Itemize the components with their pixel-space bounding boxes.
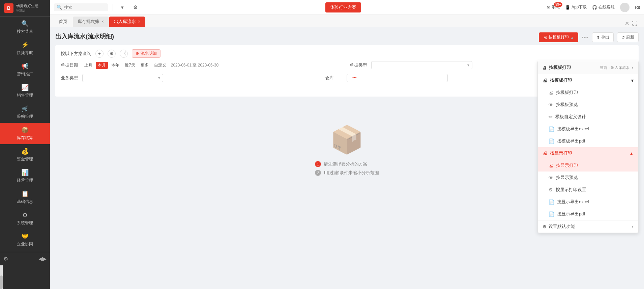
step-1-text: 请先选择要分析的方案: [324, 161, 368, 167]
step-num-1: 1: [315, 161, 321, 167]
flow-tab-label: 出入库流水: [114, 19, 136, 25]
collapse-icon[interactable]: ◀▶: [38, 256, 47, 262]
template-section-title-area: 🖨 按模板打印: [543, 77, 572, 83]
sidebar-icon-basic: 📋: [21, 190, 29, 198]
window-close-btn[interactable]: ✕: [625, 20, 629, 27]
online-service-btn[interactable]: 🎧 在线客服: [592, 4, 615, 10]
sidebar-item-marketing[interactable]: 📢 营销推广: [0, 59, 50, 80]
tabs-bar: 首页 库存批次账 × 出入库流水 × ✕ ⛶: [50, 15, 644, 27]
date-tab-custom[interactable]: 自定义: [152, 62, 168, 69]
display-preview-icon: 👁: [549, 175, 553, 180]
topbar-search-box[interactable]: 🔍: [54, 3, 108, 11]
template-section-arrow: ▾: [631, 78, 634, 83]
batch-tab-label: 库存批次账: [78, 19, 99, 25]
display-print-section-header[interactable]: 🖨 按显示打印 ▲: [538, 147, 638, 159]
more-dots-btn[interactable]: •••: [582, 35, 589, 40]
sidebar-scrollbar[interactable]: [0, 265, 3, 289]
app-download-btn[interactable]: 📱 App下载: [565, 4, 587, 10]
display-excel-item[interactable]: 📄 按显示导出excel: [538, 196, 638, 208]
date-tab-more[interactable]: 更多: [139, 62, 151, 69]
topbar-settings-btn[interactable]: ⚙: [130, 3, 140, 12]
sidebar-item-operation[interactable]: 📊 经营管理: [0, 165, 50, 187]
template-excel-item[interactable]: 📄 按模板导出excel: [538, 123, 638, 135]
default-icon: ⚙: [543, 224, 547, 229]
home-tab-label: 首页: [59, 19, 67, 25]
sidebar-label-basic: 基础信息: [17, 199, 33, 205]
export-icon: ⬆: [596, 35, 600, 40]
online-service-label: 在线客服: [598, 4, 615, 10]
empty-step-1: 1 请先选择要分析的方案: [315, 161, 379, 167]
sidebar-item-finance[interactable]: 💰 资金管理: [0, 144, 50, 165]
print-dropdown-arrow[interactable]: ▲: [570, 35, 574, 40]
print-btn[interactable]: 🖨 按模板打印 ▲: [539, 32, 578, 42]
doc-type-arrow: ▾: [467, 63, 469, 68]
print-dropdown-panel: 🖨 按模板打印 当前：出入库流水 ▾ 🖨 按模板打印 ▾: [537, 61, 639, 233]
main-area: 🔍 ▾ ⚙ 体验行业方案 ✉ 消息 99+ 📱 App下载 🎧 在线: [50, 0, 644, 289]
sidebar-item-system[interactable]: ⚙ 系统管理: [0, 208, 50, 229]
warehouse-select[interactable]: •••: [347, 74, 448, 82]
sidebar-item-search[interactable]: 🔍 搜索菜单: [0, 17, 50, 38]
window-expand-btn[interactable]: ⛶: [632, 21, 637, 27]
sidebar-icon-marketing: 📢: [21, 62, 29, 70]
trial-btn[interactable]: 体验行业方案: [325, 2, 361, 12]
settings-icon[interactable]: ⚙: [3, 256, 8, 262]
display-section-arrow: ▲: [629, 151, 634, 156]
refresh-btn-label: 刷新: [626, 34, 634, 40]
date-tab-this-month[interactable]: 本月: [96, 62, 108, 69]
message-icon: ✉: [547, 5, 550, 10]
flow-detail-label: 流水明细: [141, 51, 157, 56]
template-print-item[interactable]: 🖨 按模板打印: [538, 86, 638, 99]
filter-settings-btn[interactable]: ⚙: [108, 50, 116, 58]
sidebar-item-sales[interactable]: 📈 销售管理: [0, 80, 50, 102]
dropdown-current-label: 当前：出入库流水: [600, 65, 630, 70]
template-pdf-label: 按模板导出pdf: [557, 138, 585, 144]
template-custom-item[interactable]: ✏ 模板自定义设计: [538, 111, 638, 123]
doc-type-select[interactable]: ▾: [371, 61, 472, 69]
flow-detail-tag: ⚙ 流水明细: [132, 49, 160, 58]
sidebar-label-collab: 企业协同: [17, 241, 33, 247]
step-2-text: 用[过滤]条件来缩小分析范围: [324, 170, 379, 176]
export-btn[interactable]: ⬆ 导出: [592, 32, 614, 42]
filter-collapse-btn[interactable]: 《: [120, 50, 128, 58]
set-default-btn[interactable]: ⚙ 设置默认功能 ▾: [538, 220, 638, 233]
template-print-icon: 🖨: [549, 90, 553, 95]
topbar-dropdown-btn[interactable]: ▾: [118, 3, 127, 12]
template-preview-label: 按模板预览: [556, 102, 578, 108]
tab-flow[interactable]: 出入库流水 ×: [109, 17, 145, 27]
display-excel-label: 按显示导出excel: [557, 199, 589, 205]
sidebar-item-purchase[interactable]: 🛒 采购管理: [0, 102, 50, 123]
date-tab-7days[interactable]: 近7天: [123, 62, 137, 69]
sidebar-icon-operation: 📊: [21, 169, 29, 176]
template-pdf-item[interactable]: 📄 按模板导出pdf: [538, 135, 638, 147]
sidebar-icon-finance: 💰: [21, 148, 29, 155]
tab-home[interactable]: 首页: [54, 17, 72, 27]
display-pdf-item[interactable]: 📄 按显示导出pdf: [538, 208, 638, 220]
warehouse-more-btn[interactable]: •••: [352, 76, 357, 80]
template-printer-icon: 🖨: [543, 78, 547, 83]
date-tab-this-year[interactable]: 本年: [109, 62, 121, 69]
display-pdf-label: 按显示导出pdf: [557, 211, 585, 217]
display-print-icon: 🖨: [549, 163, 553, 168]
sidebar-item-basic[interactable]: 📋 基础信息: [0, 187, 50, 208]
sidebar-item-shortcut[interactable]: ⚡ 快捷导航: [0, 38, 50, 59]
template-custom-icon: ✏: [549, 114, 553, 120]
flow-tab-close[interactable]: ×: [138, 19, 140, 24]
filter-add-btn[interactable]: +: [95, 50, 104, 58]
batch-tab-close[interactable]: ×: [101, 19, 104, 24]
biz-type-select[interactable]: ▾: [82, 74, 163, 82]
display-preview-item[interactable]: 👁 按显示预览: [538, 172, 638, 184]
template-print-section-header[interactable]: 🖨 按模板打印 ▾: [538, 74, 638, 86]
tab-batch[interactable]: 库存批次账 ×: [73, 17, 109, 27]
message-btn[interactable]: ✉ 消息 99+: [547, 4, 560, 10]
sidebar-item-collab[interactable]: 🤝 企业协同: [0, 229, 50, 251]
display-settings-item[interactable]: ⚙ 按显示打印设置: [538, 184, 638, 196]
display-preview-label: 按显示预览: [556, 175, 578, 181]
template-preview-item[interactable]: 👁 按模板预览: [538, 99, 638, 111]
display-print-item[interactable]: 🖨 按显示打印: [538, 159, 638, 172]
sidebar-item-inventory[interactable]: 📦 库存核算: [0, 123, 50, 144]
date-tab-last-month[interactable]: 上月: [82, 62, 94, 69]
template-custom-label: 模板自定义设计: [555, 114, 586, 120]
dropdown-collapse-arrow[interactable]: ▾: [632, 65, 634, 70]
search-input[interactable]: [64, 5, 98, 10]
refresh-btn[interactable]: ↺ 刷新: [617, 32, 639, 42]
